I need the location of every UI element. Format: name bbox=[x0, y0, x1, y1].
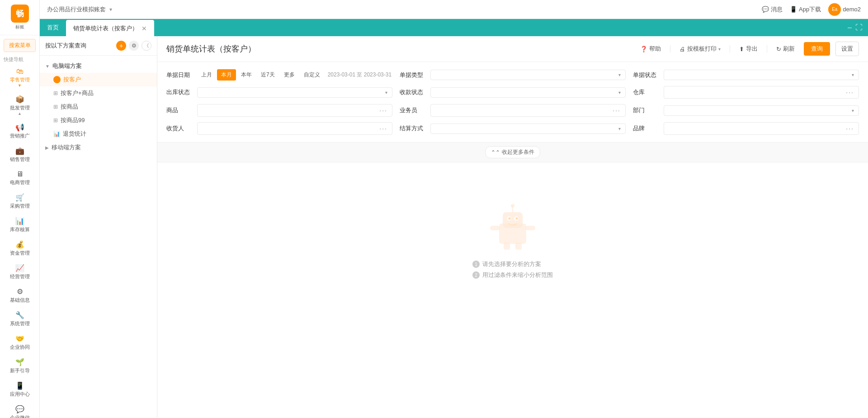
refresh-button[interactable]: ↻ 刷新 bbox=[773, 43, 798, 55]
export-label: 导出 bbox=[746, 45, 758, 53]
topbar-dropdown-icon[interactable]: ▾ bbox=[109, 6, 112, 13]
sidebar-item-sales[interactable]: 💼 销售管理 bbox=[0, 143, 39, 166]
date-btn-this-month[interactable]: 本月 bbox=[217, 69, 236, 81]
export-button[interactable]: ⬆ 导出 bbox=[736, 43, 761, 55]
sidebar-item-wechat[interactable]: 💬 企业微信 bbox=[0, 401, 39, 418]
out-status-select[interactable]: ▾ bbox=[197, 87, 392, 98]
sidebar-item-operation[interactable]: 📈 经营管理 bbox=[0, 260, 39, 284]
app-download-icon: 📱 bbox=[790, 6, 797, 13]
settings-button[interactable]: 设置 bbox=[835, 42, 859, 56]
sidebar-item-label-inventory: 库存核算 bbox=[10, 226, 30, 233]
desktop-group-header[interactable]: ▼ 电脑端方案 bbox=[40, 59, 157, 73]
scheme-item-customer-goods[interactable]: ⊞ 按客户+商品 bbox=[40, 86, 157, 100]
message-action[interactable]: 💬 消息 bbox=[762, 5, 783, 14]
settlement-select[interactable]: ▾ bbox=[430, 124, 626, 134]
search-menu-button[interactable]: 搜索菜单 bbox=[4, 39, 36, 52]
date-btn-more[interactable]: 更多 bbox=[280, 69, 299, 81]
date-btn-7days[interactable]: 近7天 bbox=[257, 69, 279, 81]
scheme-item-by-customer[interactable]: 按客户 bbox=[40, 73, 157, 86]
date-btn-custom[interactable]: 自定义 bbox=[300, 69, 324, 81]
sidebar-item-finance[interactable]: 💰 资金管理 bbox=[0, 237, 39, 260]
wechat-icon: 💬 bbox=[15, 405, 24, 413]
filter-warehouse: 仓库 ··· bbox=[633, 86, 859, 99]
print-button[interactable]: 🖨 按模板打印 ▾ bbox=[676, 43, 724, 55]
user-profile-action[interactable]: Ea demo2 bbox=[828, 3, 861, 16]
type-select[interactable]: ▾ bbox=[430, 70, 626, 80]
out-status-dropdown-icon: ▾ bbox=[385, 90, 387, 95]
type-label: 单据类型 bbox=[400, 71, 427, 79]
print-icon: 🖨 bbox=[679, 46, 685, 52]
payment-status-select[interactable]: ▾ bbox=[430, 87, 626, 98]
dept-select[interactable]: ▾ bbox=[664, 105, 859, 116]
status-select[interactable]: ▾ bbox=[664, 70, 859, 80]
topbar-right: 💬 消息 📱 App下载 Ea demo2 bbox=[762, 3, 861, 16]
app-download-action[interactable]: 📱 App下载 bbox=[790, 5, 821, 14]
svg-point-4 bbox=[509, 218, 511, 220]
sidebar-item-ecommerce[interactable]: 🖥 电商管理 bbox=[0, 166, 39, 190]
tab-report[interactable]: 销货单统计表（按客户） ✕ bbox=[66, 20, 154, 37]
marketing-icon: 📢 bbox=[15, 123, 24, 132]
scheme-item-goods[interactable]: ⊞ 按商品 bbox=[40, 100, 157, 114]
customer-goods-icon: ⊞ bbox=[53, 90, 58, 96]
settings-scheme-button[interactable]: ⚙ bbox=[129, 41, 139, 51]
sidebar-item-system[interactable]: 🔧 系统管理 bbox=[0, 307, 39, 331]
filter-brand: 品牌 ··· bbox=[633, 122, 859, 135]
tab-close-icon[interactable]: ✕ bbox=[142, 25, 147, 32]
mobile-scheme-group[interactable]: ▶ 移动端方案 bbox=[40, 141, 157, 154]
return-stats-icon: 📊 bbox=[53, 131, 60, 137]
page-content: 按以下方案查询 + ⚙ 《 ▼ 电脑端方案 按客户 bbox=[40, 36, 868, 418]
sidebar-nav-label-area: 快捷导航 bbox=[0, 54, 39, 64]
appcenter-icon: 📱 bbox=[15, 381, 24, 390]
add-scheme-button[interactable]: + bbox=[116, 41, 126, 51]
svg-rect-8 bbox=[490, 226, 500, 230]
payment-status-label: 收款状态 bbox=[400, 88, 427, 96]
salesperson-select[interactable]: ··· bbox=[430, 104, 626, 117]
empty-illustration bbox=[486, 199, 540, 253]
search-button[interactable]: 查询 bbox=[804, 42, 830, 56]
warehouse-select[interactable]: ··· bbox=[664, 86, 859, 99]
cooperation-icon: 🤝 bbox=[15, 334, 24, 343]
goods-select[interactable]: ··· bbox=[197, 104, 392, 117]
tab-maximize-icon[interactable]: ⛶ bbox=[855, 24, 863, 32]
brand-select[interactable]: ··· bbox=[664, 122, 859, 135]
scheme-panel-actions: + ⚙ 《 bbox=[116, 41, 151, 51]
date-btn-last-month[interactable]: 上月 bbox=[197, 69, 216, 81]
warehouse-more-icon: ··· bbox=[846, 89, 854, 96]
tab-home[interactable]: 首页 bbox=[40, 19, 66, 36]
sidebar-item-appcenter[interactable]: 📱 应用中心 bbox=[0, 378, 39, 401]
mobile-expand-icon: ▶ bbox=[45, 145, 49, 150]
payment-status-dropdown-icon: ▾ bbox=[618, 90, 621, 95]
filter-row-4: 收货人 ··· 结算方式 ▾ 品牌 bbox=[166, 122, 859, 135]
date-btn-this-year[interactable]: 本年 bbox=[237, 69, 256, 81]
collapse-scheme-button[interactable]: 《 bbox=[142, 41, 151, 51]
help-button[interactable]: ❓ 帮助 bbox=[637, 43, 665, 55]
sidebar-item-label-operation: 经营管理 bbox=[10, 273, 30, 280]
sidebar-item-label-finance: 资金管理 bbox=[10, 250, 30, 256]
date-label: 单据日期 bbox=[166, 71, 193, 79]
export-icon: ⬆ bbox=[739, 46, 744, 52]
receiver-select[interactable]: ··· bbox=[197, 122, 392, 135]
sidebar-item-wholesale[interactable]: 📦 批发管理 ▲ bbox=[0, 91, 39, 119]
scheme-item-label-return: 退货统计 bbox=[63, 130, 86, 138]
filter-out-status: 出库状态 ▾ bbox=[166, 87, 392, 98]
collapse-filters-button[interactable]: ⌃⌃ 收起更多条件 bbox=[485, 146, 540, 158]
print-dropdown-icon: ▾ bbox=[718, 47, 721, 52]
sidebar-item-basic[interactable]: ⚙ 基础信息 bbox=[0, 284, 39, 307]
tab-minimize-icon[interactable]: – bbox=[848, 24, 852, 32]
scheme-item-goods-99[interactable]: ⊞ 按商品99 bbox=[40, 114, 157, 127]
svg-point-7 bbox=[511, 204, 514, 208]
sidebar-item-marketing[interactable]: 📢 营销推广 bbox=[0, 119, 39, 143]
sidebar-item-purchase[interactable]: 🛒 采购管理 bbox=[0, 190, 39, 213]
sidebar-item-cooperation[interactable]: 🤝 企业协同 bbox=[0, 331, 39, 354]
brand-more-icon: ··· bbox=[846, 125, 854, 132]
sidebar-item-retail[interactable]: 🛍 零售管理 ▼ bbox=[0, 64, 39, 91]
purchase-icon: 🛒 bbox=[15, 193, 24, 202]
sidebar-item-guide[interactable]: 🌱 新手引导 bbox=[0, 354, 39, 378]
status-label: 单据状态 bbox=[633, 71, 660, 79]
sidebar-item-inventory[interactable]: 📊 库存核算 bbox=[0, 213, 39, 237]
refresh-label: 刷新 bbox=[783, 45, 795, 53]
sidebar-item-label-guide: 新手引导 bbox=[10, 367, 30, 374]
filter-settlement: 结算方式 ▾ bbox=[400, 124, 626, 134]
scheme-item-return-stats[interactable]: 📊 退货统计 bbox=[40, 127, 157, 141]
sales-icon: 💼 bbox=[15, 147, 24, 155]
